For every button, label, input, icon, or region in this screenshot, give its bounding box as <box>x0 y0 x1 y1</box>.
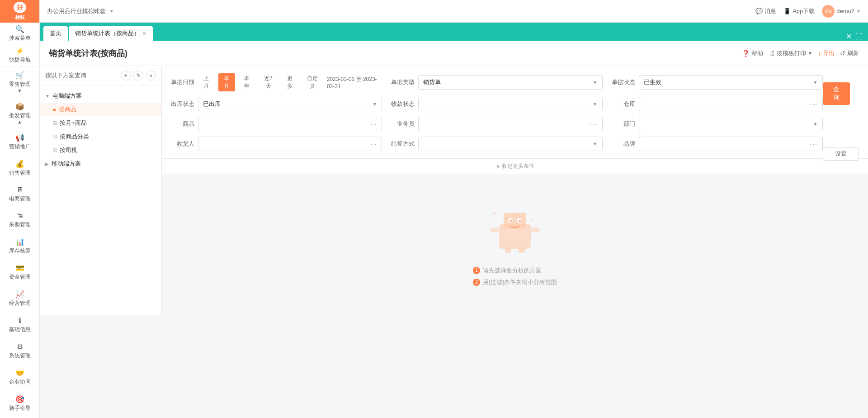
doc-type-control[interactable]: 销货单 ▼ <box>418 75 602 90</box>
sidebar-item-label: 企业协同 <box>9 378 31 386</box>
tree-group-mobile[interactable]: ▶ 移动端方案 <box>40 157 161 171</box>
collapse-label: 收起更多条件 <box>502 162 534 170</box>
brand-label: 品牌 <box>612 140 639 148</box>
print-button[interactable]: 🖨 按模板打印 ▼ <box>769 49 812 57</box>
payment-control[interactable]: ▼ <box>418 137 602 151</box>
dept-dropdown-arrow: ▼ <box>813 121 818 127</box>
sidebar-item-label: 营销推广 <box>9 143 31 151</box>
date-btn-more[interactable]: 更多 <box>282 73 298 91</box>
app-download-label: App下载 <box>793 7 815 15</box>
sidebar-item-system[interactable]: ⚙ 系统管理 <box>7 338 33 364</box>
date-btn-this-month[interactable]: 本月 <box>218 73 235 91</box>
receipt-status-label: 收款状态 <box>391 100 418 108</box>
add-scheme-button[interactable]: + <box>121 71 131 81</box>
empty-robot-svg: ✦ ✦ <box>488 201 542 256</box>
inventory-icon: 📊 <box>15 238 24 246</box>
filter-item-warehouse: 仓库 ··· <box>612 97 823 111</box>
tree-item-label: 按商品分类 <box>60 133 89 141</box>
date-btn-7days[interactable]: 近7天 <box>259 73 278 91</box>
sidebar-item-sales[interactable]: 💰 销售管理 <box>7 155 33 181</box>
panel-header-title: 按以下方案查询 <box>45 71 86 80</box>
sidebar-item-wholesale[interactable]: 📦 批发管理 ▲ <box>7 98 33 129</box>
collapse-panel-button[interactable]: « <box>146 71 156 81</box>
doc-status-dropdown-arrow: ▼ <box>813 80 818 85</box>
doc-type-label: 单据类型 <box>391 78 418 86</box>
tab-close-window-icon[interactable]: ✕ <box>846 32 852 41</box>
sidebar-item-operations[interactable]: 📈 经营管理 <box>7 285 33 312</box>
query-button[interactable]: 查询 <box>823 82 850 105</box>
filter-item-recipient: 收货人 ··· <box>171 137 382 151</box>
tree-group-pc[interactable]: ▼ 电脑端方案 <box>40 89 161 103</box>
panel-header-actions: + ✎ « <box>121 71 156 81</box>
tab-home-label: 首页 <box>50 29 61 38</box>
user-menu[interactable]: Ea demo2 ▼ <box>822 5 861 18</box>
purchase-icon: 🛍 <box>16 212 24 220</box>
export-button[interactable]: ↑ 导出 <box>818 49 835 57</box>
tabbar: 首页 销货单统计表（按商品） ✕ ✕ ⛶ <box>40 23 868 41</box>
salesperson-label: 业务员 <box>391 120 418 128</box>
sidebar-item-retail[interactable]: 🛒 零售管理 ▼ <box>7 66 33 98</box>
svg-rect-1 <box>504 213 526 228</box>
warehouse-status-control[interactable]: 已出库 ▼ <box>198 97 382 111</box>
receipt-status-control[interactable]: ▼ <box>418 97 602 111</box>
app-dropdown-arrow[interactable]: ▼ <box>109 9 114 14</box>
sidebar-item-finance[interactable]: 💳 资金管理 <box>7 259 33 285</box>
filter-panel: 单据日期 上月 本月 本年 近7天 更多 自定义 2023-03-01 至 20… <box>162 66 868 159</box>
sidebar-item-label: 电商管理 <box>9 195 31 203</box>
warehouse-status-dropdown-arrow: ▼ <box>372 101 377 107</box>
product-picker-icon: ··· <box>369 120 377 128</box>
collapse-row[interactable]: ∧ 收起更多条件 <box>162 159 868 174</box>
by-driver-icon: ⊟ <box>52 147 57 153</box>
edit-scheme-button[interactable]: ✎ <box>133 71 143 81</box>
date-btn-custom[interactable]: 自定义 <box>302 73 323 91</box>
help-button[interactable]: ❓ 帮助 <box>742 49 763 57</box>
tab-maximize-icon[interactable]: ⛶ <box>855 33 863 41</box>
warehouse-picker-icon: ··· <box>810 100 818 108</box>
sidebar-item-quicknav[interactable]: ⚡ 快捷导航 <box>0 44 39 66</box>
salesperson-control[interactable]: ··· <box>418 117 602 131</box>
sidebar-item-newbie[interactable]: 🎯 新手引导 <box>7 390 33 417</box>
app-download-button[interactable]: 📱 App下载 <box>783 7 815 15</box>
tree-item-by-product[interactable]: ● 按商品 <box>40 103 161 116</box>
filter-item-receipt-status: 收款状态 ▼ <box>391 97 602 111</box>
receipt-status-dropdown-arrow: ▼ <box>593 101 598 107</box>
empty-illustration: ✦ ✦ <box>488 201 542 256</box>
tree-item-label: 按商品 <box>59 105 76 114</box>
sidebar-item-cooperation[interactable]: 🤝 企业协同 <box>7 364 33 390</box>
dept-control[interactable]: ▼ <box>639 117 823 131</box>
print-label: 按模板打印 <box>777 49 806 57</box>
brand-control[interactable]: ··· <box>639 137 823 151</box>
tree-item-by-month-product[interactable]: ⊞ 按月+商品 <box>40 116 161 130</box>
help-icon: ❓ <box>742 50 750 57</box>
sidebar-item-label: 新手引导 <box>9 404 31 412</box>
tab-report[interactable]: 销货单统计表（按商品） ✕ <box>69 26 153 41</box>
tree-item-label: 按司机 <box>60 146 77 154</box>
sidebar-item-label: 搜索菜单 <box>9 34 31 42</box>
message-button[interactable]: 💬 消息 <box>755 7 776 15</box>
recipient-control[interactable]: ··· <box>198 137 382 151</box>
settings-button[interactable]: 设置 <box>823 147 859 161</box>
sidebar-item-ecommerce[interactable]: 🖥 电商管理 <box>7 181 33 207</box>
tree-item-by-driver[interactable]: ⊟ 按司机 <box>40 143 161 157</box>
date-btn-this-year[interactable]: 本年 <box>239 73 255 91</box>
warehouse-control[interactable]: ··· <box>639 97 823 111</box>
filter-item-salesperson: 业务员 ··· <box>391 117 602 131</box>
refresh-button[interactable]: ↺ 刷新 <box>840 49 859 57</box>
date-btn-last-month[interactable]: 上月 <box>198 73 215 91</box>
tree-group-mobile-label: 移动端方案 <box>52 160 81 168</box>
filter-item-doc-type: 单据类型 销货单 ▼ <box>391 75 602 90</box>
doc-status-control[interactable]: 已生效 ▼ <box>639 75 823 90</box>
ecommerce-icon: 🖥 <box>16 186 24 194</box>
sidebar-item-inventory[interactable]: 📊 库存核算 <box>7 233 33 259</box>
brand-picker-icon: ··· <box>810 140 818 147</box>
tab-close-button[interactable]: ✕ <box>142 31 146 37</box>
sidebar-item-purchase[interactable]: 🛍 采购管理 <box>7 207 33 233</box>
sidebar-item-marketing[interactable]: 📢 营销推广 <box>7 129 33 155</box>
tree-item-by-product-category[interactable]: ⊟ 按商品分类 <box>40 130 161 143</box>
logo-text: 标账 <box>15 14 25 21</box>
sidebar-item-basic[interactable]: ℹ 基础信息 <box>7 312 33 338</box>
tab-home[interactable]: 首页 <box>43 26 68 41</box>
product-control[interactable]: ··· <box>198 117 382 131</box>
sidebar-item-search[interactable]: 🔍 搜索菜单 <box>0 23 39 44</box>
doc-type-value: 销货单 <box>423 78 441 86</box>
